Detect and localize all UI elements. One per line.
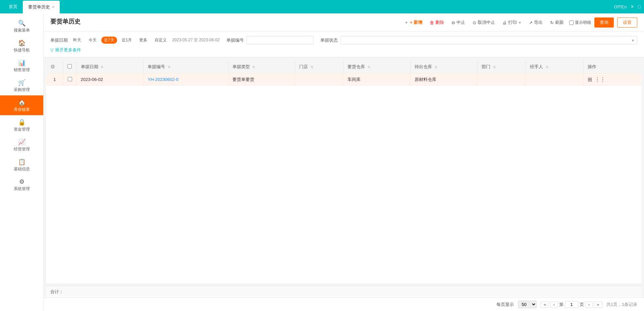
expand-filter-btn[interactable]: ▽ 展开更多条件 (50, 47, 637, 53)
docno-input[interactable] (247, 36, 314, 44)
basic-icon: 📋 (18, 159, 25, 165)
cell-handler (526, 74, 583, 86)
date-btn-more[interactable]: 更多 (137, 37, 150, 44)
refresh-icon: ↻ (550, 20, 554, 25)
th-operation: 操作 (583, 60, 641, 74)
status-select[interactable] (340, 36, 637, 44)
print-button[interactable]: 🖨 打印 ▼ (500, 18, 524, 27)
page-title: 要货单历史 (50, 17, 80, 30)
sidebar-item-label: 资金管理 (14, 127, 30, 132)
doc-no-link[interactable]: YH-20230602-0 (148, 77, 178, 82)
cancel-stop-icon: ⊙ (473, 20, 476, 25)
sidebar-item-label: 快捷导航 (14, 47, 30, 53)
settings-gear-icon[interactable]: ⚙ (50, 64, 55, 70)
select-all-checkbox[interactable] (67, 64, 72, 69)
next-page-btn[interactable]: › (585, 301, 593, 308)
date-filter-label: 单据日期 (50, 37, 68, 43)
op-icons: ⊞ ⋮⋮ (588, 76, 637, 83)
stop-icon: ⊘ (451, 20, 455, 25)
page-header: 要货单历史 ＋ + 新增 🗑 删除 ⊘ 中止 ⊙ 取消中止 (44, 13, 644, 32)
th-checkbox[interactable] (63, 60, 76, 74)
sort-icon-dept: ⇅ (493, 65, 496, 69)
sort-icon-pendingwh: ⇅ (435, 65, 437, 69)
window-maximize-icon[interactable]: □ (638, 4, 641, 9)
th-department[interactable]: 部门 ⇅ (478, 60, 526, 74)
sidebar-item-basic[interactable]: 📋 基础信息 (0, 155, 43, 175)
date-btn-1month[interactable]: 近1月 (119, 37, 135, 44)
th-req-warehouse[interactable]: 要货仓库 ⇅ (343, 60, 411, 74)
page-size-select[interactable]: 10 20 50 100 (518, 301, 537, 308)
sort-icon-date: ⇅ (101, 65, 103, 69)
edit-icon[interactable]: ⊞ (588, 76, 592, 83)
sidebar-item-system[interactable]: ⚙ 系统管理 (0, 175, 43, 194)
date-btn-today[interactable]: 今天 (86, 37, 99, 44)
filter-row: 单据日期 昨天 今天 近7天 近1月 更多 自定义 2023-05-27 至 2… (50, 36, 637, 44)
sidebar-item-sales[interactable]: 📊 销售管理 (0, 56, 43, 76)
sort-icon-reqwh: ⇅ (368, 65, 370, 69)
th-settings[interactable]: ⚙ (46, 60, 63, 74)
table-header-row: ⚙ 单据日期 ⇅ 单据编号 ⇅ (46, 60, 641, 74)
sort-icon-doctype: ⇅ (252, 65, 255, 69)
export-icon: ↗ (529, 20, 533, 25)
row-checkbox[interactable] (68, 77, 72, 81)
sidebar-item-label: 基础信息 (14, 166, 30, 172)
sidebar-item-label: 经营管理 (14, 146, 30, 152)
refresh-button[interactable]: ↻ 刷新 (548, 18, 566, 27)
window-close-icon[interactable]: × (631, 4, 634, 10)
display-detail-input[interactable] (569, 20, 574, 25)
home-tab[interactable]: 首页 (3, 0, 23, 13)
total-info: 共1页，1条记录 (606, 302, 637, 308)
first-page-btn[interactable]: « (541, 301, 549, 308)
th-handler[interactable]: 经手人 ⇅ (526, 60, 583, 74)
th-doc-no[interactable]: 单据编号 ⇅ (144, 60, 228, 74)
delete-button[interactable]: 🗑 删除 (428, 18, 446, 27)
status-filter: 单据状态 (320, 36, 637, 44)
display-detail-checkbox[interactable]: 显示明细 (569, 20, 591, 26)
purchase-icon: 🛒 (18, 80, 25, 86)
sidebar-item-purchase[interactable]: 🛒 采购管理 (0, 76, 43, 95)
active-tab[interactable]: 要货单历史 × (23, 1, 60, 13)
cell-department (478, 74, 526, 86)
th-store[interactable]: 门店 ⇅ (295, 60, 343, 74)
query-button[interactable]: 查询 (594, 17, 614, 28)
cell-doc-type: 要货单要货 (228, 74, 295, 86)
print-dropdown-icon: ▼ (518, 21, 522, 25)
cell-operation: ⊞ ⋮⋮ (583, 74, 641, 86)
sort-icon-docno: ⇅ (168, 65, 170, 69)
th-pending-warehouse[interactable]: 待出仓库 ⇅ (411, 60, 478, 74)
date-btn-custom[interactable]: 自定义 (152, 37, 169, 44)
sidebar-item-label: 采购管理 (14, 87, 30, 93)
cell-checkbox[interactable] (63, 74, 76, 86)
th-doc-date[interactable]: 单据日期 ⇅ (76, 60, 144, 74)
cell-store (295, 74, 343, 86)
sidebar-item-search[interactable]: 🔍 搜索菜单 (0, 16, 43, 36)
prev-page-btn[interactable]: ‹ (550, 301, 558, 308)
date-btn-yesterday[interactable]: 昨天 (70, 37, 84, 44)
new-button[interactable]: ＋ + 新增 (402, 18, 424, 27)
sidebar-item-inventory[interactable]: 🏠 库存核算 (0, 95, 43, 115)
sidebar: 🔍 搜索菜单 🏠 快捷导航 📊 销售管理 🛒 采购管理 🏠 库存核算 🔒 资金管… (0, 13, 44, 311)
sidebar-item-label: 销售管理 (14, 67, 30, 73)
setting-button[interactable]: 设置 (617, 17, 637, 28)
sort-icon-handler: ⇅ (546, 65, 548, 69)
finance-icon: 🔒 (18, 119, 25, 125)
date-btn-7days[interactable]: 近7天 (101, 37, 117, 44)
date-range-display: 2023-05-27 至 2023-06-02 (172, 37, 219, 43)
last-page-btn[interactable]: » (594, 301, 602, 308)
date-btns: 昨天 今天 近7天 近1月 更多 自定义 (70, 37, 169, 44)
sort-icon-store: ⇅ (311, 65, 313, 69)
sidebar-item-finance[interactable]: 🔒 资金管理 (0, 115, 43, 135)
stop-button[interactable]: ⊘ 中止 (449, 18, 467, 27)
page-number-input[interactable] (565, 301, 578, 308)
sidebar-item-operation[interactable]: 📈 经营管理 (0, 135, 43, 155)
close-tab-icon[interactable]: × (52, 5, 54, 9)
cancel-stop-button[interactable]: ⊙ 取消中止 (471, 18, 497, 27)
th-doc-type[interactable]: 单据类型 ⇅ (228, 60, 295, 74)
main-layout: 🔍 搜索菜单 🏠 快捷导航 📊 销售管理 🛒 采购管理 🏠 库存核算 🔒 资金管… (0, 13, 644, 311)
more-icon[interactable]: ⋮⋮ (595, 76, 605, 83)
sidebar-item-label: 库存核算 (14, 107, 30, 113)
date-filter: 单据日期 昨天 今天 近7天 近1月 更多 自定义 2023-05-27 至 2… (50, 37, 220, 44)
status-filter-label: 单据状态 (320, 37, 338, 43)
export-button[interactable]: ↗ 导出 (527, 18, 545, 27)
sidebar-item-shortcut[interactable]: 🏠 快捷导航 (0, 36, 43, 56)
